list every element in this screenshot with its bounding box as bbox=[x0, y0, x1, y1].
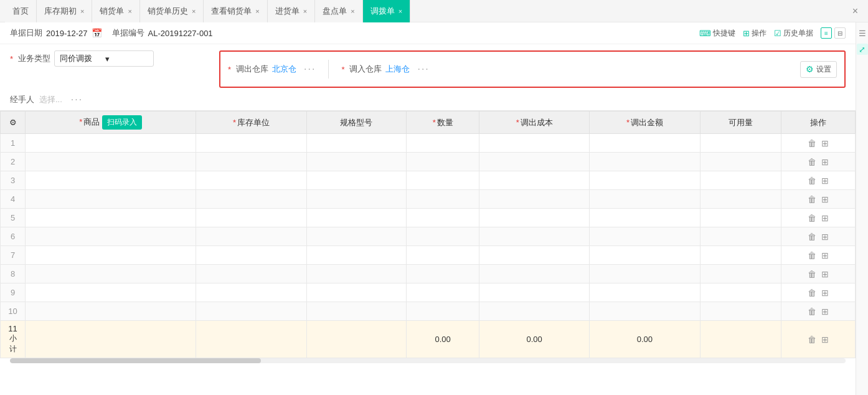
delete-icon-7[interactable]: 🗑 bbox=[808, 250, 816, 260]
cell-amount-7[interactable] bbox=[590, 246, 700, 265]
handler-more-icon[interactable]: ··· bbox=[71, 94, 83, 105]
calendar-icon[interactable]: 📅 bbox=[92, 28, 102, 38]
delete-icon-subtotal[interactable]: 🗑 bbox=[808, 335, 816, 345]
handler-input[interactable]: 选择... bbox=[39, 94, 62, 105]
delete-icon-5[interactable]: 🗑 bbox=[808, 213, 816, 223]
cell-product-8[interactable] bbox=[26, 265, 196, 283]
cell-qty-8[interactable] bbox=[407, 265, 479, 283]
cell-unit-1[interactable] bbox=[196, 134, 306, 153]
cell-amount-8[interactable] bbox=[590, 265, 700, 283]
horizontal-scrollbar[interactable] bbox=[10, 358, 846, 363]
out-warehouse-value[interactable]: 北京仓 bbox=[272, 64, 296, 75]
tab-transfer-order[interactable]: 调拨单 × bbox=[363, 0, 410, 22]
delete-icon-8[interactable]: 🗑 bbox=[808, 269, 816, 279]
side-expand-icon[interactable]: ⤢ bbox=[857, 44, 868, 55]
cell-product-9[interactable] bbox=[26, 283, 196, 302]
cell-qty-1[interactable] bbox=[407, 134, 479, 153]
cell-cost-4[interactable] bbox=[479, 190, 590, 209]
cell-spec-3[interactable] bbox=[306, 171, 407, 190]
tab-close-purchase-order[interactable]: × bbox=[303, 7, 307, 15]
tab-close-transfer-order[interactable]: × bbox=[399, 7, 402, 15]
copy-icon-10[interactable]: ⊞ bbox=[821, 307, 829, 316]
cell-spec-9[interactable] bbox=[306, 283, 407, 302]
copy-icon-9[interactable]: ⊞ bbox=[821, 288, 829, 298]
cell-product-7[interactable] bbox=[26, 246, 196, 265]
cell-unit-5[interactable] bbox=[196, 209, 306, 227]
cell-cost-1[interactable] bbox=[479, 134, 590, 153]
copy-icon-3[interactable]: ⊞ bbox=[821, 176, 829, 186]
cell-amount-1[interactable] bbox=[590, 134, 700, 153]
cell-cost-8[interactable] bbox=[479, 265, 590, 283]
cell-cost-5[interactable] bbox=[479, 209, 590, 227]
business-type-select[interactable]: 同价调拨 ▾ bbox=[54, 50, 154, 67]
cell-product-6[interactable] bbox=[26, 227, 196, 246]
copy-icon-6[interactable]: ⊞ bbox=[821, 232, 829, 242]
tab-sales-order[interactable]: 销货单 × bbox=[92, 0, 139, 22]
tab-close-sales-order[interactable]: × bbox=[128, 7, 131, 15]
cell-qty-3[interactable] bbox=[407, 171, 479, 190]
operation-button[interactable]: ⊞ 操作 bbox=[743, 28, 767, 39]
cell-cost-9[interactable] bbox=[479, 283, 590, 302]
delete-icon-3[interactable]: 🗑 bbox=[808, 176, 816, 186]
cell-spec-8[interactable] bbox=[306, 265, 407, 283]
cell-spec-6[interactable] bbox=[306, 227, 407, 246]
cell-amount-3[interactable] bbox=[590, 171, 700, 190]
delete-icon-9[interactable]: 🗑 bbox=[808, 288, 816, 298]
cell-qty-4[interactable] bbox=[407, 190, 479, 209]
cell-amount-4[interactable] bbox=[590, 190, 700, 209]
cell-unit-4[interactable] bbox=[196, 190, 306, 209]
cell-cost-2[interactable] bbox=[479, 153, 590, 171]
in-warehouse-value[interactable]: 上海仓 bbox=[385, 64, 410, 75]
tab-close-check-sales[interactable]: × bbox=[255, 7, 259, 15]
cell-amount-6[interactable] bbox=[590, 227, 700, 246]
cell-spec-4[interactable] bbox=[306, 190, 407, 209]
tab-close-sales-history[interactable]: × bbox=[192, 7, 196, 15]
delete-icon-10[interactable]: 🗑 bbox=[808, 307, 816, 316]
cell-qty-6[interactable] bbox=[407, 227, 479, 246]
delete-icon-6[interactable]: 🗑 bbox=[808, 232, 816, 242]
copy-icon-2[interactable]: ⊞ bbox=[821, 157, 829, 167]
scrollbar-area[interactable] bbox=[0, 358, 856, 363]
cell-unit-2[interactable] bbox=[196, 153, 306, 171]
tab-sales-history[interactable]: 销货单历史 × bbox=[140, 0, 204, 22]
cell-spec-1[interactable] bbox=[306, 134, 407, 153]
cell-spec-5[interactable] bbox=[306, 209, 407, 227]
cell-qty-2[interactable] bbox=[407, 153, 479, 171]
cell-qty-5[interactable] bbox=[407, 209, 479, 227]
cell-cost-7[interactable] bbox=[479, 246, 590, 265]
tab-close-stocktake[interactable]: × bbox=[351, 7, 354, 15]
cell-qty-10[interactable] bbox=[407, 302, 479, 321]
cell-cost-3[interactable] bbox=[479, 171, 590, 190]
window-close-icon[interactable]: × bbox=[847, 6, 863, 17]
cell-product-5[interactable] bbox=[26, 209, 196, 227]
col-gear[interactable]: ⚙ bbox=[1, 112, 26, 134]
cell-qty-7[interactable] bbox=[407, 246, 479, 265]
cell-unit-9[interactable] bbox=[196, 283, 306, 302]
history-button[interactable]: ☑ 历史单据 bbox=[774, 28, 813, 39]
delete-icon-1[interactable]: 🗑 bbox=[808, 138, 816, 148]
cell-spec-2[interactable] bbox=[306, 153, 407, 171]
scan-button[interactable]: 扫码录入 bbox=[102, 115, 142, 130]
tab-home[interactable]: 首页 bbox=[5, 0, 37, 22]
cell-amount-5[interactable] bbox=[590, 209, 700, 227]
copy-icon-subtotal[interactable]: ⊞ bbox=[821, 335, 829, 345]
tab-stocktake[interactable]: 盘点单 × bbox=[315, 0, 362, 22]
in-warehouse-more-icon[interactable]: ··· bbox=[417, 64, 429, 75]
tab-close-inventory-init[interactable]: × bbox=[80, 7, 84, 15]
cell-amount-10[interactable] bbox=[590, 302, 700, 321]
layout-icon-1[interactable]: ≡ bbox=[821, 27, 832, 39]
cell-unit-6[interactable] bbox=[196, 227, 306, 246]
tab-purchase-order[interactable]: 进货单 × bbox=[268, 0, 315, 22]
cell-cost-6[interactable] bbox=[479, 227, 590, 246]
delete-icon-2[interactable]: 🗑 bbox=[808, 157, 816, 167]
copy-icon-5[interactable]: ⊞ bbox=[821, 213, 829, 223]
tab-inventory-init[interactable]: 库存期初 × bbox=[37, 0, 92, 22]
scrollbar-thumb[interactable] bbox=[10, 358, 261, 363]
cell-spec-10[interactable] bbox=[306, 302, 407, 321]
copy-icon-7[interactable]: ⊞ bbox=[821, 250, 829, 260]
cell-product-2[interactable] bbox=[26, 153, 196, 171]
tab-check-sales[interactable]: 查看销货单 × bbox=[204, 0, 267, 22]
cell-product-3[interactable] bbox=[26, 171, 196, 190]
cell-unit-3[interactable] bbox=[196, 171, 306, 190]
cell-cost-10[interactable] bbox=[479, 302, 590, 321]
